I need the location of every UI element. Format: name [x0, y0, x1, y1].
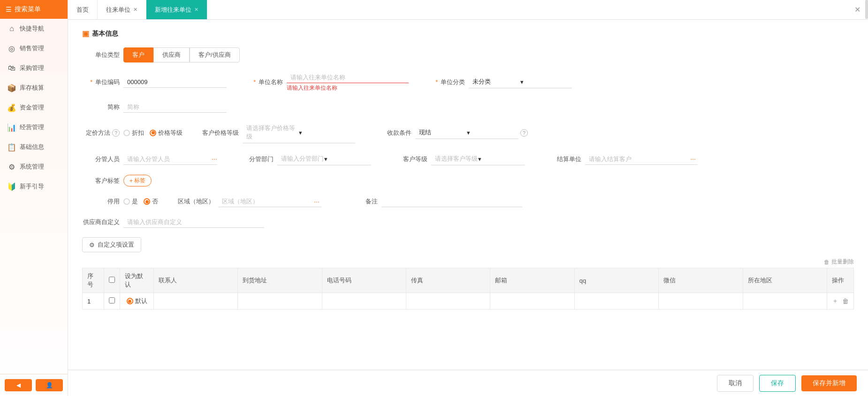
region-more-btn[interactable]: ··· — [312, 198, 321, 205]
remark-input[interactable] — [381, 196, 522, 207]
sidebar-item-quick-nav[interactable]: ⌂ 快捷导航 — [0, 19, 68, 39]
col-default: 设为默认 — [120, 268, 154, 293]
qq-input[interactable] — [579, 298, 654, 305]
manager-more-btn[interactable]: ··· — [210, 155, 219, 163]
sidebar-item-system[interactable]: ⚙ 系统管理 — [0, 157, 68, 177]
sidebar-item-sales[interactable]: ◎ 销售管理 — [0, 39, 68, 58]
region-label: 区域（地区） — [177, 197, 214, 206]
sidebar-item-basic-info[interactable]: 📋 基础信息 — [0, 137, 68, 157]
no-radio-label: 否 — [152, 197, 158, 206]
row-wechat — [659, 293, 743, 310]
disabled-no-radio[interactable]: 否 — [144, 197, 158, 206]
customer-tag-group: 客户标签 + 标签 — [82, 175, 854, 186]
phone-input[interactable] — [327, 298, 401, 305]
short-name-input[interactable] — [123, 101, 227, 113]
custom-settings-btn[interactable]: ⚙ 自定义项设置 — [82, 237, 141, 252]
home-icon: ⌂ — [8, 24, 16, 33]
cancel-button[interactable]: 取消 — [717, 375, 754, 392]
remark-group: 备注 — [340, 196, 522, 207]
department-select[interactable]: 请输入分管部门 ▾ — [277, 153, 371, 165]
col-region: 所在地区 — [743, 268, 827, 293]
sidebar-item-finance[interactable]: 💰 资金管理 — [0, 98, 68, 117]
sidebar-item-inventory[interactable]: 📦 库存核算 — [0, 78, 68, 98]
type-btn-supplier[interactable]: 供应商 — [153, 47, 190, 62]
col-wechat: 微信 — [659, 268, 743, 293]
customer-level-select[interactable]: 请选择客户等级 ▾ — [431, 153, 525, 165]
customer-level-label: 客户等级 — [390, 155, 427, 163]
row-checkbox-cell — [104, 293, 120, 310]
col-qq: qq — [574, 268, 658, 293]
pricing-help-icon[interactable]: ? — [112, 129, 120, 137]
system-icon: ⚙ — [8, 163, 16, 171]
disabled-label: 停用 — [82, 197, 120, 206]
pricing-discount-radio[interactable]: 折扣 — [123, 129, 144, 137]
unit-name-field-wrapper: 请输入往来单位名称 — [287, 72, 409, 92]
payment-terms-select[interactable]: 现结 ▾ — [415, 126, 518, 139]
yes-radio-label: 是 — [132, 197, 138, 206]
default-radio-item[interactable]: 默认 — [125, 297, 149, 305]
save-new-button[interactable]: 保存并新增 — [801, 375, 857, 391]
sidebar-expand-btn[interactable]: ◀ — [5, 379, 32, 391]
basic-info-icon: 📋 — [8, 143, 16, 151]
save-button[interactable]: 保存 — [759, 375, 796, 392]
tab-home-label: 首页 — [76, 6, 89, 14]
sidebar-user-btn[interactable]: 👤 — [36, 379, 63, 391]
tab-contacts[interactable]: 往来单位 ✕ — [98, 0, 146, 19]
payment-help-icon[interactable]: ? — [520, 129, 528, 137]
customer-tag-label: 客户标签 — [82, 177, 120, 185]
fax-input[interactable] — [411, 298, 485, 305]
region-group: 区域（地区） ··· — [177, 196, 321, 207]
tab-home[interactable]: 首页 — [68, 0, 98, 19]
tab-contacts-close[interactable]: ✕ — [133, 7, 137, 13]
sales-icon: ◎ — [8, 44, 16, 53]
plus-icon: + — [129, 178, 133, 184]
short-name-label: 简称 — [82, 103, 120, 111]
sidebar-item-label: 系统管理 — [20, 163, 44, 171]
row-region-input[interactable] — [748, 298, 822, 305]
unit-category-select[interactable]: 未分类 ▾ — [469, 76, 572, 88]
unit-type-label: 单位类型 — [82, 51, 120, 59]
supplier-custom-input[interactable] — [123, 217, 264, 228]
unit-name-label: * 单位名称 — [245, 78, 283, 86]
manager-group: 分管人员 ··· — [82, 154, 217, 165]
tab-new-contact-close[interactable]: ✕ — [194, 7, 198, 13]
customer-price-level-label: 客户价格等级 — [201, 129, 239, 137]
address-input[interactable] — [243, 298, 317, 305]
row-checkbox[interactable] — [109, 297, 115, 303]
settlement-unit-label: 结算单位 — [544, 155, 581, 163]
sidebar-item-purchase[interactable]: 🛍 采购管理 — [0, 58, 68, 78]
select-all-checkbox[interactable] — [109, 277, 115, 283]
sidebar-search[interactable]: ☰ 搜索菜单 — [0, 0, 68, 19]
wechat-input[interactable] — [663, 298, 738, 305]
sidebar-item-operations[interactable]: 📊 经营管理 — [0, 117, 68, 137]
unit-type-row: 单位类型 客户 供应商 客户/供应商 — [82, 47, 854, 62]
delete-row-btn[interactable]: 🗑 — [842, 297, 849, 305]
settlement-more-btn[interactable]: ··· — [688, 155, 698, 163]
main-area: 首页 往来单位 ✕ 新增往来单位 ✕ ✕ ▣ 基本信息 单位类型 客户 供应商 … — [68, 0, 868, 396]
guide-icon: 🔰 — [8, 182, 16, 191]
unit-code-label-text: 单位编码 — [95, 78, 120, 85]
sidebar-bottom: ◀ 👤 — [0, 374, 68, 396]
unit-name-input[interactable] — [287, 72, 409, 83]
type-btn-customer[interactable]: 客户 — [123, 47, 153, 62]
short-name-row: 简称 — [82, 101, 854, 113]
type-btn-both[interactable]: 客户/供应商 — [190, 47, 240, 62]
short-name-group: 简称 — [82, 101, 854, 113]
unit-code-input[interactable] — [123, 77, 227, 88]
pricing-method-label-text: 定价方法 — [86, 129, 110, 136]
yes-radio-circle — [123, 198, 130, 205]
batch-delete-btn[interactable]: 🗑 批量删除 — [82, 258, 854, 266]
add-tag-btn[interactable]: + 标签 — [123, 175, 152, 186]
add-row-btn[interactable]: ＋ — [832, 297, 838, 305]
customer-price-level-select[interactable]: 请选择客户价格等级 ▾ — [243, 122, 355, 143]
tab-new-contact[interactable]: 新增往来单位 ✕ — [146, 0, 207, 19]
sidebar-item-guide[interactable]: 🔰 新手引导 — [0, 177, 68, 196]
region-input[interactable] — [218, 196, 312, 207]
no-radio-circle — [144, 198, 150, 205]
manager-input[interactable] — [123, 154, 210, 164]
disabled-yes-radio[interactable]: 是 — [123, 197, 138, 206]
pricing-level-radio[interactable]: 价格等级 — [150, 129, 183, 137]
contact-input[interactable] — [159, 298, 233, 305]
settlement-unit-input[interactable] — [585, 154, 688, 164]
email-input[interactable] — [495, 298, 569, 305]
